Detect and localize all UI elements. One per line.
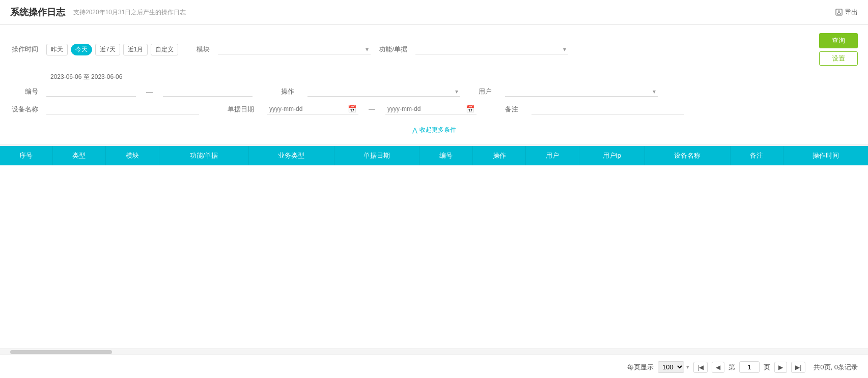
- time-7days[interactable]: 近7天: [95, 44, 120, 55]
- operation-label: 操作: [281, 87, 294, 96]
- table-header-cell: 操作时间: [783, 146, 868, 165]
- empty-area: [0, 165, 868, 348]
- time-range-text: 2023-06-06 至 2023-06-06: [50, 73, 122, 81]
- total-label: 共0页, 0条记录: [814, 363, 858, 372]
- date-dash: —: [367, 105, 377, 113]
- table-header: 序号类型模块功能/单据业务类型单据日期编号操作用户用户ip设备名称备注操作时间: [0, 146, 868, 165]
- calendar-start-icon[interactable]: 📅: [348, 105, 356, 113]
- calendar-end-icon[interactable]: 📅: [466, 105, 474, 113]
- module-label: 模块: [197, 45, 210, 54]
- export-icon: [835, 9, 843, 16]
- table-container: 序号类型模块功能/单据业务类型单据日期编号操作用户用户ip设备名称备注操作时间: [0, 146, 868, 348]
- remark-input[interactable]: [531, 104, 684, 114]
- time-label: 操作时间: [10, 45, 38, 54]
- table-header-cell: 用户ip: [579, 146, 645, 165]
- collapse-bar[interactable]: ⋀ 收起更多条件: [10, 122, 858, 136]
- function-select[interactable]: ▾: [415, 45, 568, 54]
- next-page-button[interactable]: ▶: [774, 362, 787, 373]
- remark-label: 备注: [505, 105, 518, 114]
- function-dropdown-icon: ▾: [563, 46, 566, 53]
- device-label: 设备名称: [10, 105, 38, 114]
- scrollbar-thumb[interactable]: [10, 350, 112, 354]
- device-input[interactable]: [46, 104, 199, 114]
- user-select[interactable]: ▾: [505, 87, 658, 97]
- number-dash: —: [144, 88, 155, 96]
- data-table: 序号类型模块功能/单据业务类型单据日期编号操作用户用户ip设备名称备注操作时间: [0, 146, 868, 165]
- dropdown-arrow-icon: ▾: [686, 364, 689, 370]
- page-header: 系统操作日志 支持2020年10月31日之后产生的操作日志 导出: [0, 0, 868, 25]
- date-start-wrap: 📅: [267, 104, 358, 114]
- user-dropdown-icon: ▾: [653, 88, 656, 95]
- page-title: 系统操作日志: [10, 6, 65, 18]
- table-header-cell: 操作: [472, 146, 525, 165]
- date-start-input[interactable]: [269, 105, 346, 112]
- per-page-label: 每页显示: [627, 363, 654, 372]
- table-header-cell: 模块: [106, 146, 159, 165]
- filter-row-3: 设备名称 单据日期 📅 — 📅 备注: [10, 104, 858, 114]
- page-subtitle: 支持2020年10月31日之后产生的操作日志: [73, 8, 186, 17]
- page-number-input[interactable]: [739, 361, 760, 373]
- table-header-cell: 类型: [52, 146, 105, 165]
- page-label: 第: [729, 363, 735, 372]
- time-custom[interactable]: 自定义: [151, 44, 178, 55]
- table-header-cell: 备注: [730, 146, 783, 165]
- filter-row-2: 编号 — 操作 ▾ 用户 ▾: [10, 86, 858, 97]
- table-header-cell: 序号: [0, 146, 52, 165]
- first-page-button[interactable]: |◀: [693, 362, 708, 373]
- filter-row-1: 操作时间 昨天 今天 近7天 近1月 自定义 模块 ▾ 功能/单据 ▾ 查询 设…: [10, 33, 858, 66]
- date-end-input[interactable]: [387, 105, 464, 112]
- number-input-start[interactable]: [46, 86, 136, 97]
- collapse-icon: ⋀: [412, 127, 417, 134]
- time-1month[interactable]: 近1月: [123, 44, 148, 55]
- table-header-cell: 编号: [419, 146, 472, 165]
- user-label: 用户: [479, 87, 492, 96]
- per-page-select[interactable]: 100 50 200: [658, 361, 684, 373]
- table-header-cell: 设备名称: [645, 146, 730, 165]
- table-header-cell: 用户: [526, 146, 579, 165]
- settings-button[interactable]: 设置: [819, 51, 858, 66]
- table-header-row: 序号类型模块功能/单据业务类型单据日期编号操作用户用户ip设备名称备注操作时间: [0, 146, 868, 165]
- time-filter-group: 昨天 今天 近7天 近1月 自定义: [46, 44, 178, 55]
- table-header-cell: 单据日期: [334, 146, 419, 165]
- date-end-wrap: 📅: [385, 104, 477, 114]
- table-header-cell: 功能/单据: [159, 146, 248, 165]
- action-buttons: 查询 设置: [819, 33, 858, 66]
- voucher-date-label: 单据日期: [228, 105, 254, 114]
- function-label: 功能/单据: [379, 45, 407, 54]
- page-suffix: 页: [764, 363, 770, 372]
- time-yesterday[interactable]: 昨天: [46, 44, 68, 55]
- module-dropdown-icon: ▾: [366, 46, 369, 53]
- prev-page-button[interactable]: ◀: [712, 362, 724, 373]
- time-range-row: 2023-06-06 至 2023-06-06: [48, 73, 858, 81]
- filter-panel: 操作时间 昨天 今天 近7天 近1月 自定义 模块 ▾ 功能/单据 ▾ 查询 设…: [0, 25, 868, 145]
- pagination-bar: 每页显示 100 50 200 ▾ |◀ ◀ 第 页 ▶ ▶| 共0页, 0条记…: [0, 355, 868, 378]
- operation-dropdown-icon: ▾: [455, 88, 458, 95]
- number-input-end[interactable]: [163, 86, 253, 97]
- table-header-cell: 业务类型: [249, 146, 334, 165]
- collapse-label: 收起更多条件: [419, 126, 456, 134]
- export-button[interactable]: 导出: [835, 8, 858, 17]
- last-page-button[interactable]: ▶|: [791, 362, 805, 373]
- time-today[interactable]: 今天: [71, 44, 92, 55]
- horizontal-scrollbar[interactable]: [0, 348, 868, 355]
- export-label: 导出: [845, 8, 858, 17]
- operation-select[interactable]: ▾: [307, 87, 460, 97]
- number-label: 编号: [10, 87, 38, 96]
- module-select[interactable]: ▾: [218, 45, 371, 54]
- query-button[interactable]: 查询: [819, 33, 858, 48]
